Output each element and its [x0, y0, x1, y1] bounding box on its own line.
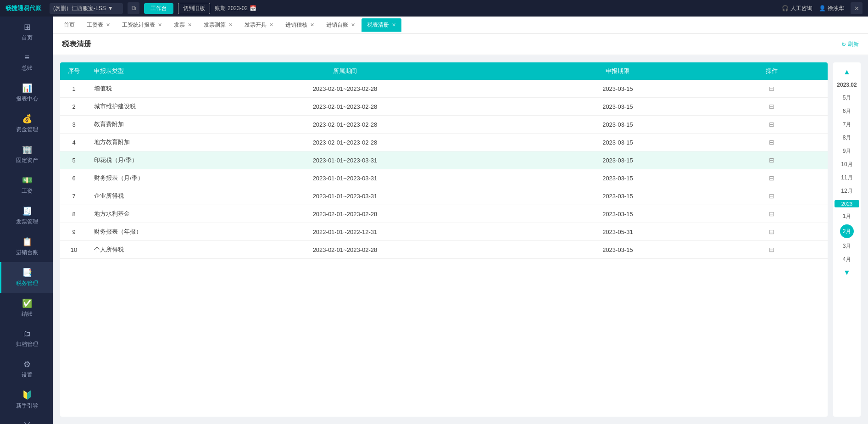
side-panel-month-5[interactable]: 5月	[833, 92, 861, 104]
side-panel-month-11[interactable]: 11月	[833, 172, 861, 184]
cell-type: 财务报表（月/季）	[88, 169, 170, 187]
fixed-assets-icon: 🏢	[22, 145, 32, 155]
side-panel-month-6[interactable]: 6月	[833, 105, 861, 117]
tab-invoice[interactable]: 发票 ✕	[168, 18, 197, 32]
sidebar-label-reports: 报表中心	[16, 95, 38, 103]
cell-no: 2	[60, 98, 88, 116]
sidebar-item-tax[interactable]: 📑 税务管理	[0, 262, 53, 293]
switch-old-button[interactable]: 切到旧版	[178, 3, 210, 14]
user-menu[interactable]: 👤 徐浊华	[819, 5, 844, 12]
cell-type: 教育费附加	[88, 116, 170, 134]
tab-payroll-stats[interactable]: 工资统计报表 ✕	[117, 18, 167, 32]
tab-payroll-stats-close[interactable]: ✕	[158, 22, 162, 28]
table-row: 3 教育费附加 2023-02-01~2023-02-28 2023-03-15…	[60, 116, 828, 134]
tab-inout-ledger[interactable]: 进销台账 ✕	[321, 18, 361, 32]
cell-type: 地方水利基金	[88, 205, 170, 223]
tab-payroll-label: 工资表	[87, 21, 103, 29]
action-icon[interactable]: ⊟	[769, 192, 774, 200]
action-icon[interactable]: ⊟	[769, 246, 774, 253]
tab-inout-check-close[interactable]: ✕	[310, 22, 314, 28]
action-icon[interactable]: ⊟	[769, 85, 774, 92]
side-panel-month-1[interactable]: 1月	[833, 210, 861, 223]
tab-tax-clearance-close[interactable]: ✕	[392, 22, 396, 28]
cell-no: 10	[60, 241, 88, 259]
action-icon[interactable]: ⊟	[769, 156, 774, 164]
chevron-down-icon: ▼	[108, 5, 113, 11]
sidebar-item-reports[interactable]: 📊 报表中心	[0, 78, 53, 108]
side-panel-month-12[interactable]: 12月	[833, 185, 861, 197]
copy-icon-btn[interactable]: ⧉	[128, 2, 139, 14]
sidebar-item-home[interactable]: ⊞ 首页	[0, 17, 53, 47]
table-row: 10 个人所得税 2023-02-01~2023-02-28 2023-03-1…	[60, 241, 828, 259]
sidebar-label-home: 首页	[22, 34, 33, 42]
sidebar-item-fund[interactable]: 💰 资金管理	[0, 108, 53, 139]
calendar-icon: 📅	[250, 5, 256, 11]
sidebar-item-invoice-mgmt[interactable]: 🧾 发票管理	[0, 201, 53, 231]
workbench-button[interactable]: 工作台	[144, 3, 173, 14]
closing-icon: ✅	[22, 298, 32, 308]
sidebar-item-newbie[interactable]: 🔰 新手引导	[0, 385, 53, 415]
invoice-mgmt-icon: 🧾	[22, 206, 32, 216]
sidebar-item-inout[interactable]: 📋 进销台账	[0, 231, 53, 262]
cell-period: 2022-01-01~2022-12-31	[170, 223, 520, 241]
refresh-button[interactable]: ↻ 刷新	[841, 40, 859, 48]
cell-no: 4	[60, 134, 88, 151]
side-panel-month-10[interactable]: 10月	[833, 158, 861, 171]
action-icon[interactable]: ⊟	[769, 210, 774, 218]
side-panel-month-9[interactable]: 9月	[833, 145, 861, 157]
cell-period: 2023-02-01~2023-02-28	[170, 134, 520, 151]
cell-no: 8	[60, 205, 88, 223]
ledger-icon: ≡	[25, 53, 30, 62]
cell-deadline: 2023-03-15	[520, 169, 716, 187]
action-icon[interactable]: ⊟	[769, 121, 774, 128]
side-panel-month-8[interactable]: 8月	[833, 132, 861, 144]
sidebar-label-inout: 进销台账	[16, 249, 38, 257]
sidebar-label-fixed-assets: 固定资产	[16, 156, 38, 164]
sidebar-item-payroll[interactable]: 💵 工资	[0, 170, 53, 201]
close-button[interactable]: ✕	[851, 2, 862, 14]
main-layout: ⊞ 首页 ≡ 总账 📊 报表中心 💰 资金管理 🏢 固定资产 💵 工资 🧾 发票…	[0, 17, 868, 424]
action-icon[interactable]: ⊟	[769, 103, 774, 110]
tab-tax-clearance[interactable]: 税表清册 ✕	[362, 18, 401, 32]
period-info: 账期 2023-02 📅	[215, 5, 256, 12]
cell-period: 2023-02-01~2023-02-28	[170, 80, 520, 98]
sidebar-item-ledger[interactable]: ≡ 总账	[0, 47, 53, 78]
col-deadline: 申报期限	[520, 62, 716, 80]
company-selector[interactable]: (勿删）江西服宝-LSS ▼	[50, 3, 123, 14]
sidebar-item-archive[interactable]: 🗂 归档管理	[0, 324, 53, 354]
side-panel-up-btn[interactable]: ▲	[841, 66, 852, 78]
tab-inout-ledger-close[interactable]: ✕	[351, 22, 355, 28]
sidebar-item-fixed-assets[interactable]: 🏢 固定资产	[0, 139, 53, 170]
tab-home[interactable]: 首页	[58, 18, 80, 32]
payroll-icon: 💵	[22, 175, 32, 185]
side-panel-month-3[interactable]: 3月	[833, 240, 861, 252]
action-icon[interactable]: ⊟	[769, 139, 774, 146]
sidebar-item-vip[interactable]: V 畅会员	[0, 415, 53, 424]
side-panel-month-7[interactable]: 7月	[833, 118, 861, 131]
tab-invoice-open-close[interactable]: ✕	[269, 22, 273, 28]
tab-inout-check[interactable]: 进销稽核 ✕	[280, 18, 320, 32]
side-panel-down-btn[interactable]: ▼	[841, 267, 852, 279]
tab-invoice-close[interactable]: ✕	[188, 22, 192, 28]
headset-icon: 🎧	[782, 5, 789, 11]
tab-invoice-calc[interactable]: 发票测算 ✕	[198, 18, 238, 32]
side-panel: ▲ 2023.02 5月 6月 7月 8月 9月 10月 11月 12月 202…	[833, 62, 861, 417]
tab-invoice-calc-close[interactable]: ✕	[228, 22, 233, 28]
side-panel-month-2-active[interactable]: 2月	[840, 224, 854, 238]
tab-invoice-open[interactable]: 发票开具 ✕	[239, 18, 279, 32]
tab-payroll-close[interactable]: ✕	[106, 22, 110, 28]
period-value: 2023-02	[228, 5, 248, 11]
sidebar-item-settings[interactable]: ⚙ 设置	[0, 354, 53, 385]
sidebar-item-closing[interactable]: ✅ 结账	[0, 293, 53, 324]
sidebar: ⊞ 首页 ≡ 总账 📊 报表中心 💰 资金管理 🏢 固定资产 💵 工资 🧾 发票…	[0, 17, 53, 424]
service-button[interactable]: 🎧 人工咨询	[782, 5, 812, 12]
home-icon: ⊞	[24, 22, 31, 32]
action-icon[interactable]: ⊟	[769, 174, 774, 182]
side-panel-month-4[interactable]: 4月	[833, 253, 861, 266]
user-icon: 👤	[819, 5, 826, 11]
tab-home-label: 首页	[64, 21, 75, 29]
cell-action: ⊟	[716, 223, 828, 241]
sidebar-label-payroll: 工资	[22, 187, 33, 195]
action-icon[interactable]: ⊟	[769, 228, 774, 235]
tab-payroll[interactable]: 工资表 ✕	[81, 18, 116, 32]
